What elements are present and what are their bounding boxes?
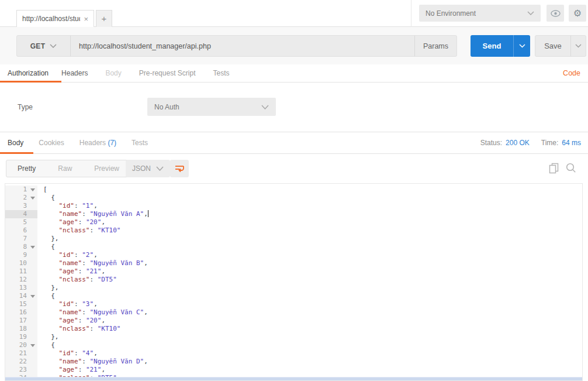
format-select[interactable]: JSON bbox=[126, 160, 170, 177]
code-line[interactable]: 10 "name": "Nguyễn Văn B", bbox=[5, 259, 582, 267]
code-line[interactable]: 5 "age": "20", bbox=[5, 218, 582, 226]
response-tab-tests[interactable]: Tests bbox=[132, 139, 148, 147]
environment-preview-button[interactable] bbox=[547, 5, 564, 22]
environment-select[interactable]: No Environment bbox=[419, 5, 541, 22]
line-number: 9 bbox=[5, 251, 29, 259]
status-label: Status: bbox=[480, 139, 502, 147]
code-line[interactable]: 6 "nclass": "KT10" bbox=[5, 226, 582, 235]
code-line[interactable]: 13 }, bbox=[5, 284, 582, 292]
request-tab[interactable]: http://localhost/stude × bbox=[16, 10, 94, 27]
fold-arrow-icon[interactable] bbox=[29, 243, 37, 251]
code-line[interactable]: 1[ bbox=[5, 186, 582, 194]
code-text: "id": "4", bbox=[37, 349, 98, 358]
code-line[interactable]: 14 { bbox=[5, 292, 582, 300]
code-line[interactable]: 12 "nclass": "DT5" bbox=[5, 276, 582, 284]
view-mode-pretty[interactable]: Pretty bbox=[6, 160, 47, 177]
code-line[interactable]: 19 }, bbox=[5, 333, 582, 341]
eye-icon bbox=[551, 10, 561, 17]
response-tab-headers-label: Headers bbox=[79, 139, 106, 147]
view-mode-preview[interactable]: Preview bbox=[83, 160, 130, 177]
send-options-button[interactable] bbox=[513, 35, 530, 57]
view-mode-raw[interactable]: Raw bbox=[47, 160, 83, 177]
fold-arrow-icon[interactable] bbox=[29, 341, 37, 349]
line-number: 18 bbox=[5, 325, 29, 333]
save-button[interactable]: Save bbox=[535, 36, 570, 56]
code-line[interactable]: 11 "age": "21", bbox=[5, 267, 582, 276]
fold-gutter bbox=[29, 226, 37, 235]
code-line[interactable]: 18 "nclass": "KT10" bbox=[5, 325, 582, 333]
gear-icon: ⚙ bbox=[573, 9, 582, 18]
save-options-button[interactable] bbox=[570, 36, 586, 56]
code-text: "nclass": "DT5" bbox=[37, 276, 117, 284]
response-tab-body[interactable]: Body bbox=[8, 139, 23, 147]
format-label: JSON bbox=[132, 164, 151, 173]
word-wrap-icon bbox=[174, 164, 185, 173]
fold-gutter bbox=[29, 358, 37, 366]
code-line[interactable]: 23 "age": "21", bbox=[5, 366, 582, 374]
code-line[interactable]: 8 { bbox=[5, 243, 582, 251]
params-button[interactable]: Params bbox=[414, 36, 456, 56]
line-number: 14 bbox=[5, 292, 29, 300]
url-input[interactable]: http://localhost/student_manager/api.php bbox=[71, 36, 414, 56]
line-number: 5 bbox=[5, 218, 29, 226]
response-code: 1[2 {3 "id": "1",4 "name": "Nguyễn Văn A… bbox=[5, 186, 582, 381]
code-line[interactable]: 20 { bbox=[5, 341, 582, 349]
chevron-down-icon bbox=[575, 44, 582, 48]
fold-arrow-icon[interactable] bbox=[29, 194, 37, 202]
fold-gutter bbox=[29, 366, 37, 374]
code-line[interactable]: 22 "name": "Nguyễn Văn D", bbox=[5, 358, 582, 366]
new-tab-button[interactable]: + bbox=[96, 10, 112, 27]
send-button-group: Send bbox=[471, 35, 530, 57]
fold-gutter bbox=[29, 300, 37, 308]
code-line[interactable]: 4 "name": "Nguyễn Văn A", bbox=[5, 210, 582, 218]
fold-gutter bbox=[29, 333, 37, 341]
chevron-down-icon bbox=[156, 166, 164, 171]
fold-arrow-icon[interactable] bbox=[29, 292, 37, 300]
fold-arrow-icon[interactable] bbox=[29, 186, 37, 194]
line-number: 15 bbox=[5, 300, 29, 308]
fold-gutter bbox=[29, 259, 37, 267]
tab-body[interactable]: Body bbox=[105, 69, 121, 77]
search-response-button[interactable] bbox=[564, 161, 578, 175]
tab-headers[interactable]: Headers bbox=[61, 69, 88, 77]
word-wrap-button[interactable] bbox=[170, 160, 189, 177]
code-line[interactable]: 7 }, bbox=[5, 235, 582, 243]
code-line[interactable]: 15 "id": "3", bbox=[5, 300, 582, 308]
code-line[interactable]: 16 "name": "Nguyễn Văn C", bbox=[5, 308, 582, 317]
settings-button[interactable]: ⚙ bbox=[569, 5, 586, 22]
code-text: "age": "21", bbox=[37, 366, 105, 374]
code-line[interactable]: 9 "id": "2", bbox=[5, 251, 582, 259]
chevron-down-icon bbox=[261, 105, 269, 109]
code-link[interactable]: Code bbox=[563, 69, 580, 77]
auth-type-label: Type bbox=[18, 103, 33, 111]
close-tab-icon[interactable]: × bbox=[84, 15, 88, 23]
copy-response-button[interactable] bbox=[547, 161, 561, 175]
method-select[interactable]: GET bbox=[17, 36, 71, 56]
chevron-down-icon bbox=[50, 44, 57, 48]
code-line[interactable]: 17 "age": "20", bbox=[5, 317, 582, 325]
code-line[interactable]: 21 "id": "4", bbox=[5, 349, 582, 358]
fold-gutter bbox=[29, 218, 37, 226]
code-line[interactable]: 3 "id": "1", bbox=[5, 202, 582, 210]
line-number: 21 bbox=[5, 349, 29, 358]
code-text: "age": "20", bbox=[37, 317, 105, 325]
line-number: 8 bbox=[5, 243, 29, 251]
tab-authorization[interactable]: Authorization bbox=[8, 69, 49, 77]
code-text: "name": "Nguyễn Văn D", bbox=[37, 358, 148, 366]
view-mode-group: Pretty Raw Preview bbox=[6, 160, 131, 177]
line-number: 20 bbox=[5, 341, 29, 349]
code-line[interactable]: 2 { bbox=[5, 194, 582, 202]
top-bar: http://localhost/stude × + No Environmen… bbox=[0, 0, 588, 27]
send-button[interactable]: Send bbox=[471, 35, 513, 57]
tab-pre-request-script[interactable]: Pre-request Script bbox=[139, 69, 196, 77]
auth-type-select[interactable]: No Auth bbox=[147, 98, 276, 116]
fold-gutter bbox=[29, 325, 37, 333]
code-text: "id": "1", bbox=[37, 202, 98, 210]
response-tab-cookies[interactable]: Cookies bbox=[39, 139, 64, 147]
code-text: { bbox=[37, 292, 55, 300]
response-editor[interactable]: 1[2 {3 "id": "1",4 "name": "Nguyễn Văn A… bbox=[5, 183, 583, 381]
horizontal-scrollbar[interactable] bbox=[5, 377, 582, 380]
response-toolbar: Pretty Raw Preview JSON bbox=[0, 154, 588, 183]
response-tab-headers[interactable]: Headers (7) bbox=[79, 139, 116, 147]
tab-tests[interactable]: Tests bbox=[213, 69, 229, 77]
